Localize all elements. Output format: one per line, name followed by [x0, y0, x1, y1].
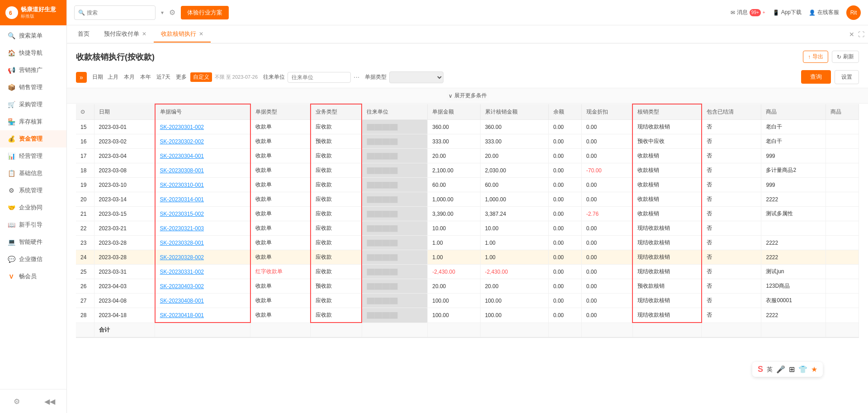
table-cell: 收款单: [250, 250, 311, 265]
sidebar-item-capital[interactable]: 💰 资金管理: [0, 130, 66, 147]
table-cell[interactable]: SK-20230321-003: [155, 221, 250, 236]
bill-type-select[interactable]: [389, 71, 443, 83]
online-service-button[interactable]: 👤 在线客服: [809, 9, 839, 16]
last-7-days-button[interactable]: 近7天: [155, 72, 172, 82]
table-cell: 否: [702, 279, 761, 294]
table-cell: ████████: [362, 149, 427, 163]
bill-no-link[interactable]: SK-20230321-003: [160, 225, 204, 232]
last-month-button[interactable]: 上月: [106, 72, 120, 82]
messages-button[interactable]: ✉ 消息 99+ +: [731, 9, 765, 16]
this-year-button[interactable]: 本年: [138, 72, 153, 82]
tab-home[interactable]: 首页: [71, 26, 97, 43]
sidebar-item-wechat[interactable]: 💬 企业微信: [0, 251, 66, 268]
sidebar-item-marketing[interactable]: 📢 营销推广: [0, 62, 66, 79]
sidebar-item-operation[interactable]: 📊 经营管理: [0, 147, 66, 165]
table-cell[interactable]: SK-20230302-002: [155, 134, 250, 149]
collapse-icon[interactable]: ◀◀: [42, 394, 57, 408]
col-header-goods2: 商品: [826, 104, 859, 120]
bill-no-link[interactable]: SK-20230310-001: [160, 182, 204, 188]
table-cell: 0.00: [548, 149, 581, 163]
table-cell[interactable]: SK-20230403-002: [155, 279, 250, 294]
table-cell[interactable]: SK-20230301-002: [155, 120, 250, 134]
sidebar-item-guide[interactable]: 📖 新手引导: [0, 216, 66, 233]
table-cell[interactable]: SK-20230328-001: [155, 236, 250, 250]
sidebar-item-hardware[interactable]: 💻 智能硬件: [0, 233, 66, 251]
table-cell: 衣服00001: [761, 294, 826, 308]
bill-no-link[interactable]: SK-20230314-001: [160, 196, 204, 203]
table-cell: 0.00: [581, 250, 632, 265]
query-button[interactable]: 查询: [801, 70, 831, 84]
filter-expand-button[interactable]: »: [76, 72, 87, 83]
expand-tab-icon[interactable]: ⛶: [858, 31, 864, 38]
bill-no-link[interactable]: SK-20230418-001: [160, 312, 204, 318]
table-cell: [761, 221, 826, 236]
table-cell: 老白干: [761, 120, 826, 134]
bill-no-link[interactable]: SK-20230315-002: [160, 211, 204, 217]
close-tab-icon[interactable]: ✕: [849, 31, 854, 38]
table-cell[interactable]: SK-20230328-002: [155, 250, 250, 265]
sidebar-item-basic[interactable]: 📋 基础信息: [0, 165, 66, 182]
app-download-button[interactable]: 📱 App下载: [773, 9, 802, 16]
table-cell: 1.00: [480, 250, 548, 265]
date-filter-label: 日期: [92, 73, 103, 81]
table-cell: ████████: [362, 120, 427, 134]
table-cell[interactable]: SK-20230310-001: [155, 178, 250, 192]
expand-more-button[interactable]: ∨ 展开更多条件: [447, 90, 489, 101]
bill-no-link[interactable]: SK-20230302-002: [160, 138, 204, 145]
sidebar-item-inventory[interactable]: 🏪 库存核算: [0, 113, 66, 130]
table-cell: ████████: [362, 221, 427, 236]
setting-button[interactable]: 设置: [835, 70, 859, 84]
this-month-button[interactable]: 本月: [122, 72, 137, 82]
counterparty-input[interactable]: [288, 72, 351, 83]
bill-no-link[interactable]: SK-20230328-002: [160, 254, 204, 261]
sidebar-item-member[interactable]: V 畅会员: [0, 268, 66, 285]
table-cell[interactable]: SK-20230314-001: [155, 192, 250, 207]
table-cell: 0.00: [581, 308, 632, 323]
table-cell[interactable]: SK-20230308-001: [155, 163, 250, 178]
tab-prepay-close-icon[interactable]: ✕: [142, 31, 146, 37]
bill-no-link[interactable]: SK-20230308-001: [160, 167, 204, 174]
counterparty-more-icon[interactable]: ···: [354, 73, 359, 81]
table-cell: [826, 308, 859, 323]
solution-button[interactable]: 体验行业方案: [181, 6, 229, 19]
table-cell: 10.00: [428, 221, 480, 236]
user-avatar[interactable]: Rit: [846, 5, 861, 20]
search-input[interactable]: [87, 9, 151, 16]
settings-icon[interactable]: ⚙: [9, 394, 24, 408]
table-cell: 0.00: [548, 120, 581, 134]
table-cell[interactable]: SK-20230304-001: [155, 149, 250, 163]
tab-write-off-close-icon[interactable]: ✕: [199, 31, 203, 37]
table-cell: 0.00: [581, 178, 632, 192]
bill-no-link[interactable]: SK-20230301-002: [160, 124, 204, 130]
table-cell[interactable]: SK-20230418-001: [155, 308, 250, 323]
tab-write-off[interactable]: 收款核销执行 ✕: [154, 26, 211, 43]
bill-no-link[interactable]: SK-20230304-001: [160, 153, 204, 159]
bill-no-link[interactable]: SK-20230408-001: [160, 298, 204, 304]
sidebar-item-system[interactable]: ⚙ 系统管理: [0, 182, 66, 199]
sidebar-item-purchase[interactable]: 🛒 采购管理: [0, 96, 66, 113]
tab-prepay[interactable]: 预付应收付单 ✕: [97, 26, 154, 43]
table-cell: 2023-03-14: [94, 192, 155, 207]
tab-actions: ✕ ⛶: [849, 31, 864, 38]
refresh-button[interactable]: ↻ 刷新: [832, 51, 859, 63]
table-cell[interactable]: SK-20230408-001: [155, 294, 250, 308]
bill-no-link[interactable]: SK-20230328-001: [160, 240, 204, 246]
dropdown-arrow-icon[interactable]: ▾: [161, 9, 164, 16]
table-cell: 收款单: [250, 221, 311, 236]
table-cell: 否: [702, 192, 761, 207]
sidebar-item-enterprise[interactable]: 🤝 企业协同: [0, 199, 66, 216]
bill-no-link[interactable]: SK-20230331-002: [160, 269, 204, 275]
bill-no-link[interactable]: SK-20230403-002: [160, 283, 204, 290]
table-cell[interactable]: SK-20230331-002: [155, 265, 250, 279]
sidebar-item-search[interactable]: 🔍 搜索菜单: [0, 27, 66, 44]
sidebar-item-sales[interactable]: 📦 销售管理: [0, 79, 66, 96]
export-button[interactable]: ↑ 导出: [803, 51, 828, 63]
sidebar-item-quick-nav[interactable]: 🏠 快捷导航: [0, 44, 66, 62]
table-cell: 2023-03-10: [94, 178, 155, 192]
table-row: 262023-04-03SK-20230403-002收款单预收款███████…: [76, 279, 859, 294]
more-date-button[interactable]: 更多: [174, 72, 189, 82]
custom-date-button[interactable]: 自定义: [190, 72, 212, 82]
gear-icon[interactable]: ⚙: [169, 8, 175, 17]
operation-icon: 📊: [7, 152, 15, 160]
table-cell[interactable]: SK-20230315-002: [155, 207, 250, 221]
